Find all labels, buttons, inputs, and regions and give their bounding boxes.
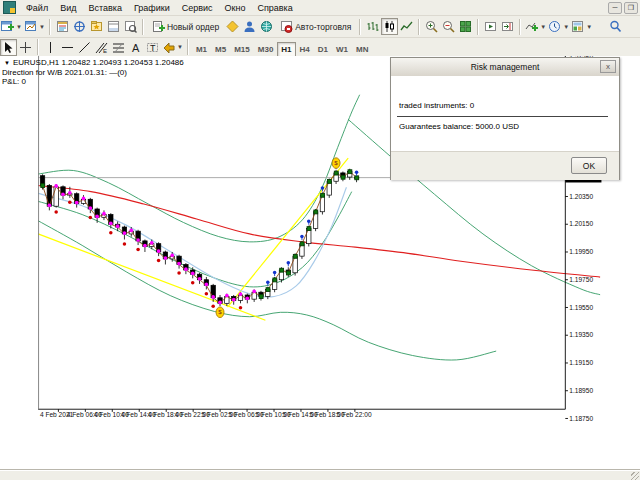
menu-item-вставка[interactable]: Вставка [82, 2, 127, 14]
timeframe-d1[interactable]: D1 [314, 42, 332, 57]
zoom-out-button[interactable] [440, 18, 457, 35]
green-marker-signal [266, 288, 270, 292]
expert-advisor-icon [243, 20, 256, 33]
price-axis-label: 1.20350 [569, 193, 593, 200]
menu-item-окно[interactable]: Окно [219, 2, 252, 14]
templates-button[interactable]: ▼ [570, 18, 593, 35]
candlestick-chart-button[interactable] [381, 18, 398, 35]
status-bar [0, 470, 640, 480]
auto-scroll-icon [484, 20, 497, 33]
arrow-shape-icon [162, 41, 175, 54]
price-axis-label: 1.19150 [569, 359, 593, 366]
green-marker-signal [259, 295, 263, 299]
menu-item-графики[interactable]: Графики [128, 2, 176, 14]
line-chart-button[interactable] [398, 18, 415, 35]
arrows-button[interactable]: ▼ [161, 39, 184, 56]
chevron-down-icon: ▼ [39, 24, 45, 30]
green-marker-signal [348, 170, 352, 174]
symbol-ohlc-text: EURUSD,H1 1.20482 1.20493 1.20453 1.2048… [13, 58, 184, 67]
tile-windows-button[interactable] [457, 18, 474, 35]
auto-trading-button[interactable]: Авто-торговля [275, 18, 356, 35]
fibonacci-button[interactable] [110, 39, 127, 56]
window-minimize-button[interactable]: ─ [608, 2, 622, 14]
text-button[interactable]: A [127, 39, 144, 56]
profiles-icon [24, 20, 37, 33]
horizontal-line-button[interactable] [59, 39, 76, 56]
sell-dot-signal [68, 201, 72, 205]
price-axis-label: 1.19550 [569, 304, 593, 311]
dialog-close-button[interactable]: x [600, 60, 616, 73]
chart-shift-icon [501, 20, 514, 33]
dialog-titlebar[interactable]: Risk management x [391, 58, 619, 77]
new-order-button[interactable]: Новый ордер [147, 18, 224, 35]
text-label-button[interactable]: T [144, 39, 161, 56]
app-icon [3, 1, 16, 14]
terminal-button[interactable] [105, 18, 122, 35]
chart-shift-button[interactable] [499, 18, 516, 35]
timeframe-m1[interactable]: M1 [192, 42, 211, 57]
green-marker-signal [293, 254, 297, 258]
auto-trading-label: Авто-торговля [295, 22, 351, 32]
timeframe-h1[interactable]: H1 [277, 42, 295, 57]
periods-button[interactable]: ▼ [547, 18, 570, 35]
horizontal-line-icon [61, 42, 74, 53]
green-marker-signal [321, 193, 325, 197]
new-chart-button[interactable]: ▼ [0, 18, 23, 35]
strategy-tester-icon [124, 20, 137, 33]
zoom-in-button[interactable] [423, 18, 440, 35]
vertical-line-button[interactable] [42, 39, 59, 56]
experts-button[interactable] [241, 18, 258, 35]
risk-management-dialog: Risk management x traded instruments: 0 … [390, 57, 620, 180]
svg-text:A: A [132, 42, 140, 54]
toolbar-main: ▼ ▼ Новый ордер [0, 16, 640, 38]
auto-scroll-button[interactable] [482, 18, 499, 35]
svg-text:E: E [103, 48, 107, 54]
crosshair-button[interactable] [17, 39, 34, 56]
dollar-marker-glyph: $ [218, 308, 222, 315]
buy-dot-signal [273, 271, 277, 275]
market-watch-button[interactable] [54, 18, 71, 35]
strategy-tester-button[interactable] [122, 18, 139, 35]
data-window-button[interactable] [71, 18, 88, 35]
menu-item-файл[interactable]: Файл [20, 2, 54, 14]
magenta-dot-signal [123, 231, 127, 235]
ok-button[interactable]: OK [571, 157, 607, 174]
timeframe-mn[interactable]: MN [352, 42, 372, 57]
navigator-icon [90, 20, 103, 33]
timeframe-m15[interactable]: M15 [230, 42, 254, 57]
indicators-button[interactable]: ▼ [524, 18, 547, 35]
separator [418, 19, 420, 35]
guarantee-balance-text: Guarantees balance: 5000.0 USD [399, 122, 519, 131]
indicators-icon [525, 20, 538, 33]
search-button[interactable] [607, 18, 624, 35]
timeframe-h4[interactable]: H4 [296, 42, 314, 57]
timeframe-m5[interactable]: M5 [211, 42, 230, 57]
menu-item-справка[interactable]: Справка [251, 2, 298, 14]
navigator-button[interactable] [88, 18, 105, 35]
cursor-button[interactable] [0, 39, 17, 56]
bar-chart-button[interactable] [364, 18, 381, 35]
metaeditor-button[interactable] [224, 18, 241, 35]
menu-item-вид[interactable]: Вид [54, 2, 82, 14]
profiles-button[interactable]: ▼ [23, 18, 46, 35]
window-controls: ─ ❐ [608, 2, 638, 14]
search-icon [609, 20, 622, 33]
auto-trading-icon [280, 20, 293, 33]
candle-body [54, 187, 58, 206]
timeframe-m30[interactable]: M30 [254, 42, 278, 57]
channel-button[interactable]: E [93, 39, 110, 56]
magenta-dot-signal [116, 224, 120, 228]
new-order-icon [152, 20, 165, 33]
trendline-button[interactable] [76, 39, 93, 56]
menu-item-сервис[interactable]: Сервис [176, 2, 219, 14]
text-label-icon: T [146, 41, 159, 54]
dialog-separator [397, 116, 608, 117]
window-restore-button[interactable]: ❐ [624, 2, 638, 14]
resize-grip-icon[interactable] [631, 472, 639, 480]
magenta-dot-signal [102, 212, 106, 216]
magenta-dot-signal [75, 201, 79, 205]
one-click-expander-icon[interactable]: ▼ [4, 60, 10, 66]
timeframe-w1[interactable]: W1 [332, 42, 352, 57]
magenta-dot-signal [61, 192, 65, 196]
support-button[interactable] [258, 18, 275, 35]
